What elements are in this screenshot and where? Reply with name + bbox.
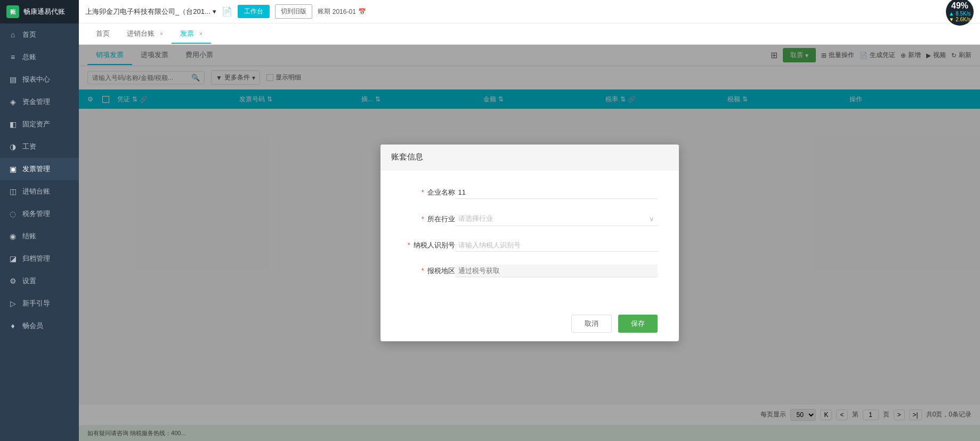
- fixed-assets-icon: ◧: [9, 120, 17, 129]
- sidebar-item-archive[interactable]: ◪ 归档管理: [0, 247, 79, 270]
- form-row-company: * 企业名称: [402, 186, 658, 199]
- sidebar-item-settings[interactable]: ⚙ 设置: [0, 270, 79, 292]
- logo-icon: 账: [6, 5, 19, 18]
- chevron-down-icon: ∨: [649, 215, 654, 223]
- sidebar-item-ledger[interactable]: ≡ 总账: [0, 46, 79, 68]
- sidebar-item-payroll[interactable]: ◑ 工资: [0, 135, 79, 158]
- topbar: 上海卯金刀电子科技有限公司_（台201... ▾ 📄 工作台 切到旧版 账期 2…: [79, 0, 980, 23]
- app-name: 畅康通易代账: [23, 7, 65, 17]
- speed-indicator: 49% ▲ 8.5K/s ▼ 2.6K/s: [946, 0, 974, 26]
- home-icon: ⌂: [9, 30, 17, 39]
- content-tabs: 首页 进销台账 × 发票 ×: [79, 23, 980, 45]
- sidebar-item-home[interactable]: ⌂ 首页: [0, 23, 79, 46]
- tax-region-input: [455, 264, 658, 277]
- sidebar-item-label: 税务管理: [22, 209, 50, 219]
- sidebar-item-capital[interactable]: ◈ 资金管理: [0, 91, 79, 113]
- form-row-industry: * 所在行业 请选择行业 ∨: [402, 212, 658, 226]
- workbench-button[interactable]: 工作台: [238, 5, 270, 18]
- tab-home[interactable]: 首页: [87, 25, 118, 44]
- sidebar-item-label: 结账: [22, 231, 36, 241]
- tab-invoice[interactable]: 发票 ×: [172, 25, 211, 44]
- settings-icon: ⚙: [9, 277, 17, 285]
- dialog-body: * 企业名称 * 所在行业 请选择行业 ∨: [380, 170, 679, 306]
- company-name: 上海卯金刀电子科技有限公司_（台201...: [85, 7, 210, 17]
- tab-purchase-ledger[interactable]: 进销台账 ×: [118, 25, 172, 44]
- member-icon: ♦: [9, 322, 17, 330]
- period-display: 账期 2016-01 📅: [318, 7, 366, 16]
- tax-id-input[interactable]: [455, 239, 658, 252]
- industry-label: * 所在行业: [402, 214, 455, 224]
- speed-percent: 49%: [951, 1, 968, 11]
- sidebar: 账 畅康通易代账 ⌂ 首页 ≡ 总账 ▤ 报表中心 ◈ 资金管理 ◧ 固定资产 …: [0, 0, 79, 441]
- sidebar-item-label: 报表中心: [22, 75, 50, 84]
- guide-icon: ▷: [9, 299, 17, 308]
- industry-select[interactable]: 请选择行业 ∨: [455, 212, 658, 226]
- sidebar-item-label: 发票管理: [22, 164, 50, 174]
- tax-icon: ◌: [9, 210, 17, 218]
- tax-id-label: * 纳税人识别号: [402, 240, 455, 250]
- sidebar-item-label: 固定资产: [22, 119, 50, 129]
- topbar-right: 49% ▲ 8.5K/s ▼ 2.6K/s: [946, 0, 974, 26]
- sidebar-item-fixed-assets[interactable]: ◧ 固定资产: [0, 113, 79, 135]
- company-name-label: * 企业名称: [402, 188, 455, 197]
- sidebar-item-settlement[interactable]: ◉ 结账: [0, 225, 79, 247]
- account-info-dialog: 账套信息 * 企业名称 * 所在行业: [380, 145, 679, 341]
- sidebar-item-guide[interactable]: ▷ 新手引导: [0, 292, 79, 315]
- company-name-input[interactable]: [455, 186, 658, 199]
- sidebar-item-label: 归档管理: [22, 254, 50, 263]
- form-row-tax-id: * 纳税人识别号: [402, 239, 658, 252]
- modal-overlay[interactable]: 账套信息 * 企业名称 * 所在行业: [79, 45, 980, 441]
- purchase-icon: ◫: [9, 187, 17, 196]
- company-dropdown-icon: ▾: [213, 7, 216, 15]
- page-content: 销项发票 进项发票 费用小票 ⊞ 取票 ▾ ⊞ 批量操作 📄: [79, 45, 980, 441]
- topbar-icon-doc: 📄: [222, 6, 232, 17]
- sidebar-item-label: 工资: [22, 142, 36, 151]
- sidebar-item-invoice[interactable]: ▣ 发票管理: [0, 158, 79, 180]
- sidebar-item-label: 设置: [22, 276, 36, 286]
- form-row-tax-region: * 报税地区: [402, 264, 658, 277]
- settlement-icon: ◉: [9, 232, 17, 240]
- invoice-icon: ▣: [9, 165, 17, 173]
- sidebar-item-label: 畅会员: [22, 321, 43, 331]
- archive-icon: ◪: [9, 254, 17, 263]
- period-label: 账期: [318, 7, 330, 16]
- sidebar-item-label: 资金管理: [22, 97, 50, 107]
- sidebar-item-label: 总账: [22, 52, 36, 62]
- tax-region-label: * 报税地区: [402, 266, 455, 276]
- speed-down: ▼ 2.6K/s: [949, 17, 970, 22]
- sidebar-item-tax[interactable]: ◌ 税务管理: [0, 203, 79, 225]
- calendar-icon[interactable]: 📅: [358, 8, 366, 15]
- app-logo: 账 畅康通易代账: [0, 0, 79, 23]
- sidebar-item-label: 新手引导: [22, 299, 50, 308]
- dialog-title: 账套信息: [380, 145, 679, 170]
- report-icon: ▤: [9, 75, 17, 84]
- company-selector[interactable]: 上海卯金刀电子科技有限公司_（台201... ▾: [85, 7, 216, 17]
- sidebar-item-label: 首页: [22, 30, 36, 39]
- sidebar-item-report[interactable]: ▤ 报表中心: [0, 68, 79, 91]
- payroll-icon: ◑: [9, 142, 17, 151]
- dialog-footer: 取消 保存: [380, 306, 679, 341]
- sidebar-item-member[interactable]: ♦ 畅会员: [0, 315, 79, 337]
- close-invoice-tab[interactable]: ×: [199, 30, 203, 37]
- close-purchase-tab[interactable]: ×: [160, 30, 163, 37]
- speed-up: ▲ 8.5K/s: [949, 11, 970, 17]
- sidebar-item-label: 进销台账: [22, 187, 50, 196]
- save-button[interactable]: 保存: [618, 315, 658, 333]
- main-content: 上海卯金刀电子科技有限公司_（台201... ▾ 📄 工作台 切到旧版 账期 2…: [79, 0, 980, 441]
- switch-old-button[interactable]: 切到旧版: [275, 4, 312, 19]
- sidebar-item-purchase[interactable]: ◫ 进销台账: [0, 180, 79, 203]
- capital-icon: ◈: [9, 98, 17, 106]
- cancel-button[interactable]: 取消: [571, 315, 612, 333]
- period-value: 2016-01: [333, 8, 356, 15]
- ledger-icon: ≡: [9, 53, 17, 61]
